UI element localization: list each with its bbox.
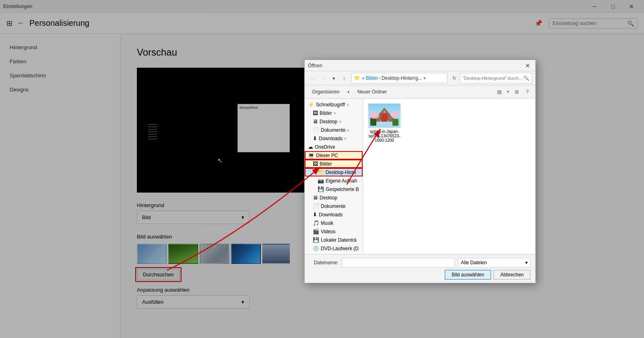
tree-item-bilder-pc[interactable]: 🖼 Bilder — [305, 160, 363, 168]
tree-item-dokumente-pc[interactable]: 📄 Dokumente — [305, 202, 363, 210]
onedrive-icon: ☁ — [308, 144, 313, 150]
svg-rect-4 — [392, 119, 398, 126]
dialog-body: ⚡ Schnellzugriff ⊳ 🖼 Bilder ⊳ 🖥 Desktop … — [305, 99, 535, 254]
dokumente-quick-icon: 📄 — [313, 127, 319, 133]
tree-item-onedrive[interactable]: ☁ OneDrive — [305, 143, 363, 151]
breadcrumb-dropdown-icon[interactable]: ▾ — [423, 75, 426, 81]
desktop-hinte-icon: 📁 — [318, 169, 324, 175]
filename-label: Dateiname: — [310, 260, 339, 265]
tree-item-desktop-hinte[interactable]: 📁 Desktop-Hinte — [305, 168, 363, 176]
tree-item-bilder-quick[interactable]: 🖼 Bilder ⊳ — [305, 109, 363, 117]
dialog-search-input[interactable] — [462, 76, 523, 81]
gespeicherte-icon: 💾 — [318, 186, 324, 192]
dokumente-pc-icon: 📄 — [313, 203, 319, 209]
dialog-title: Öffnen — [308, 63, 322, 68]
tree-item-downloads-quick[interactable]: ⬇ Downloads ⊳ — [305, 134, 363, 143]
dialog-tree: ⚡ Schnellzugriff ⊳ 🖼 Bilder ⊳ 🖥 Desktop … — [305, 99, 363, 254]
tree-item-schnellzugriff[interactable]: ⚡ Schnellzugriff ⊳ — [305, 100, 363, 109]
filetype-value: Alle Dateien — [461, 260, 487, 265]
tree-item-desktop-pc[interactable]: 🖥 Desktop — [305, 193, 363, 202]
videos-icon: 🎬 — [313, 228, 319, 234]
dialog-back-button[interactable]: ← — [308, 73, 318, 83]
desktop-pc-icon: 🖥 — [313, 195, 318, 201]
footer-buttons: Bild auswählen Abbrechen — [310, 270, 530, 280]
bilder-quick-icon: 🖼 — [313, 110, 318, 116]
svg-point-8 — [390, 112, 398, 118]
view-buttons: ▤ ▾ ⊞ ? — [494, 87, 532, 97]
dokumente-quick-pin: ⊳ — [347, 128, 350, 132]
dialog-search-box[interactable]: 🔍 — [460, 73, 532, 83]
schnellzugriff-icon: ⚡ — [308, 102, 314, 108]
dialog-titlebar: Öffnen ✕ — [305, 60, 535, 71]
tree-label-eigene-aufn: Eigene Aufnah — [326, 178, 357, 184]
svg-rect-5 — [381, 116, 388, 122]
file-item-japan[interactable]: spring-in-Japan-spring-13476523-1600-120… — [366, 102, 402, 144]
tree-item-videos[interactable]: 🎬 Videos — [305, 227, 363, 236]
breadcrumb-current: Desktop-Hinterrg... — [382, 75, 422, 81]
tree-item-dokumente-quick[interactable]: 📄 Dokumente ⊳ — [305, 126, 363, 134]
tree-label-dvd: DVD-Laufwerk (D — [321, 246, 359, 251]
tree-item-eigene-aufn[interactable]: 📷 Eigene Aufnah — [305, 176, 363, 185]
tree-item-gespeicherte[interactable]: 💾 Gespeicherte B — [305, 185, 363, 193]
tree-item-dvd[interactable]: 💿 DVD-Laufwerk (D — [305, 244, 363, 253]
dialog-overlay: Öffnen ✕ ← → ▾ ↑ 📁 « Bilder › Desktop-Hi… — [0, 0, 644, 338]
breadcrumb-bilder[interactable]: « Bilder — [362, 75, 378, 81]
tree-label-desktop-hinte: Desktop-Hinte — [326, 170, 356, 175]
downloads-quick-pin: ⊳ — [344, 137, 347, 141]
tree-label-dokumente-pc: Dokumente — [321, 203, 345, 209]
tree-item-musik[interactable]: 🎵 Musik — [305, 219, 363, 227]
cancel-button[interactable]: Abbrechen — [493, 270, 530, 280]
tree-label-desktop-pc: Desktop — [320, 195, 337, 201]
filetype-chevron-icon: ▾ — [525, 260, 528, 265]
dialog-refresh-button[interactable]: ↻ — [450, 74, 459, 83]
desktop-quick-icon: 🖥 — [313, 118, 318, 124]
tree-item-dieser-pc[interactable]: 💻 Dieser PC — [305, 151, 363, 160]
view-icon-button[interactable]: ▤ — [494, 87, 504, 97]
dialog-close-button[interactable]: ✕ — [523, 61, 532, 70]
breadcrumb-sep: › — [379, 75, 381, 81]
tree-label-musik: Musik — [321, 220, 333, 226]
dialog-search-icon: 🔍 — [523, 75, 529, 81]
dvd-icon: 💿 — [313, 245, 319, 251]
tree-item-desktop-quick[interactable]: 🖥 Desktop ⊳ — [305, 117, 363, 126]
tree-label-downloads-pc: Downloads — [319, 212, 343, 218]
organize-dropdown-button[interactable]: ▾ — [345, 87, 352, 96]
dialog-footer: Dateiname: Alle Dateien ▾ Bild auswählen… — [305, 254, 535, 283]
lokaler-icon: 💾 — [313, 237, 319, 243]
dialog-dropdown-button[interactable]: ▾ — [329, 73, 339, 83]
musik-icon: 🎵 — [313, 220, 319, 226]
new-folder-button[interactable]: Neuer Ordner — [353, 88, 391, 96]
dialog-files: spring-in-Japan-spring-13476523-1600-120… — [363, 99, 535, 254]
select-image-button[interactable]: Bild auswählen — [445, 270, 491, 280]
dialog-up-button[interactable]: ↑ — [339, 73, 349, 83]
open-dialog: Öffnen ✕ ← → ▾ ↑ 📁 « Bilder › Desktop-Hi… — [304, 60, 536, 283]
dialog-toolbar: ← → ▾ ↑ 📁 « Bilder › Desktop-Hinterrg...… — [305, 71, 535, 85]
tree-label-bilder-pc: Bilder — [320, 161, 332, 167]
breadcrumb-bar: 📁 « Bilder › Desktop-Hinterrg... ▾ — [351, 73, 448, 83]
tree-label-dokumente-quick: Dokumente — [321, 127, 345, 133]
tree-label-downloads-quick: Downloads — [319, 136, 343, 141]
bilder-quick-pin: ⊳ — [334, 111, 337, 115]
tree-label-desktop-quick: Desktop — [320, 119, 337, 124]
dieser-pc-icon: 💻 — [308, 152, 314, 158]
footer-filename-row: Dateiname: Alle Dateien ▾ — [310, 258, 530, 267]
tree-item-lokaler[interactable]: 💾 Lokaler Datenträ — [305, 236, 363, 244]
tree-label-videos: Videos — [321, 229, 335, 234]
layout-icon-button[interactable]: ⊞ — [512, 87, 522, 97]
breadcrumb-root-icon: 📁 — [354, 75, 360, 81]
tree-label-schnellzugriff: Schnellzugriff — [316, 102, 345, 108]
organize-button[interactable]: Organisieren — [308, 88, 344, 96]
help-icon-button[interactable]: ? — [522, 87, 532, 97]
view-dropdown-button[interactable]: ▾ — [505, 87, 511, 96]
downloads-quick-icon: ⬇ — [313, 135, 317, 141]
filename-input[interactable] — [342, 258, 455, 267]
filetype-dropdown[interactable]: Alle Dateien ▾ — [458, 258, 530, 267]
tree-item-downloads-pc[interactable]: ⬇ Downloads — [305, 210, 363, 219]
tree-label-gespeicherte: Gespeicherte B — [326, 187, 359, 192]
downloads-pc-icon: ⬇ — [313, 212, 317, 218]
eigene-aufn-icon: 📷 — [318, 178, 324, 184]
tree-label-lokaler: Lokaler Datenträ — [321, 237, 357, 243]
tree-label-bilder-quick: Bilder — [320, 110, 332, 116]
svg-rect-3 — [370, 118, 376, 126]
dialog-forward-button[interactable]: → — [318, 73, 328, 83]
